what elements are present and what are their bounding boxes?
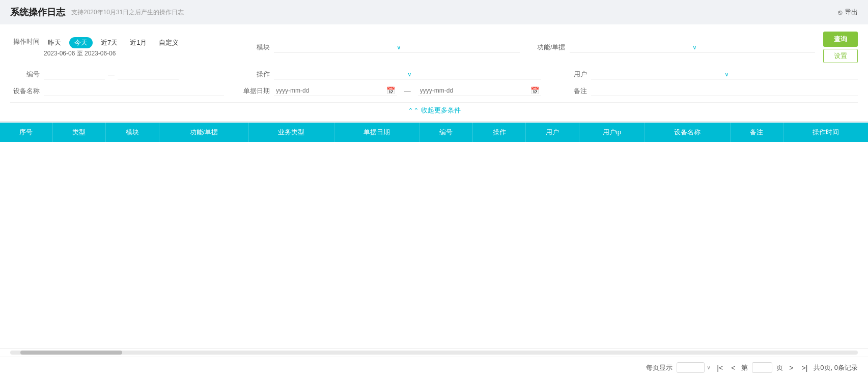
time-btn-1month[interactable]: 近1月 xyxy=(126,37,151,48)
module-chevron-icon: ∨ xyxy=(397,44,517,51)
table-header: 序号 类型 模块 功能/单据 业务类型 单据日期 编号 操作 用户 用户ip 设… xyxy=(0,123,868,142)
page-size-input[interactable]: 100 xyxy=(677,362,705,373)
next-page-button[interactable]: > xyxy=(787,363,795,373)
device-filter: 设备名称 xyxy=(10,86,224,96)
prev-page-button[interactable]: < xyxy=(729,363,737,373)
col-code: 编号 xyxy=(419,123,472,142)
filter-row-3: 设备名称 单据日期 📅 — 📅 备注 xyxy=(10,85,858,96)
time-options-group: 昨天 今天 近7天 近1月 自定义 2023-06-06 至 2023-06-0… xyxy=(44,37,183,58)
code-label: 编号 xyxy=(10,70,40,79)
func-select[interactable]: ∨ xyxy=(570,43,816,52)
collapse-bar: ⌃⌃ 收起更多条件 xyxy=(10,102,858,116)
action-buttons: 查询 设置 xyxy=(823,32,858,63)
scroll-bar-area xyxy=(0,348,868,357)
page-unit: 页 xyxy=(776,363,783,372)
filter-row-1: 操作时间 昨天 今天 近7天 近1月 自定义 2023-06-06 至 2023… xyxy=(10,32,858,63)
page-size-label: 每页显示 xyxy=(646,363,673,372)
col-remark: 备注 xyxy=(730,123,783,142)
col-module: 模块 xyxy=(106,123,159,142)
query-button[interactable]: 查询 xyxy=(823,32,858,47)
date-dash: — xyxy=(404,87,411,95)
first-page-button[interactable]: |< xyxy=(715,363,725,373)
export-label: 导出 xyxy=(845,8,858,17)
col-biz-type: 业务类型 xyxy=(249,123,334,142)
export-icon: ⎋ xyxy=(838,8,842,16)
page-size-arrow-icon: ∨ xyxy=(707,364,711,371)
module-label: 模块 xyxy=(234,43,270,52)
time-btn-custom[interactable]: 自定义 xyxy=(155,37,183,48)
code-end-input[interactable] xyxy=(118,69,179,79)
page-wrapper: 系统操作日志 支持2020年10月31日之后产生的操作日志 ⎋ 导出 操作时间 … xyxy=(0,0,868,378)
filter-row-2: 编号 — 操作 ∨ 用户 ∨ xyxy=(10,69,858,79)
total-info: 共0页, 0条记录 xyxy=(814,363,858,372)
col-func: 功能/单据 xyxy=(159,123,248,142)
user-select[interactable]: ∨ xyxy=(591,70,858,79)
scroll-thumb[interactable] xyxy=(20,351,122,355)
time-filter-group: 操作时间 昨天 今天 近7天 近1月 自定义 2023-06-06 至 2023… xyxy=(10,37,224,58)
date-filter: 单据日期 📅 — 📅 xyxy=(224,85,541,96)
date-label: 单据日期 xyxy=(234,86,270,96)
remark-label: 备注 xyxy=(551,86,587,96)
module-filter: 模块 ∨ xyxy=(224,43,520,52)
operation-label: 操作 xyxy=(234,70,270,79)
col-op-time: 操作时间 xyxy=(783,123,868,142)
settings-button[interactable]: 设置 xyxy=(823,49,858,63)
date-end-input[interactable] xyxy=(420,87,530,94)
collapse-label: 收起更多条件 xyxy=(421,106,461,115)
time-range-display: 2023-06-06 至 2023-06-06 xyxy=(44,49,183,58)
operation-chevron-icon: ∨ xyxy=(407,71,539,78)
time-btn-today[interactable]: 今天 xyxy=(69,37,93,48)
page-size-select[interactable]: 100 ∨ xyxy=(677,362,711,373)
device-input[interactable] xyxy=(44,86,224,96)
device-label: 设备名称 xyxy=(10,86,40,96)
date-start-wrap: 📅 xyxy=(274,85,397,96)
filter-panel: 操作时间 昨天 今天 近7天 近1月 自定义 2023-06-06 至 2023… xyxy=(0,24,868,122)
operation-filter: 操作 ∨ xyxy=(224,70,541,79)
col-user-ip: 用户ip xyxy=(579,123,645,142)
time-options: 昨天 今天 近7天 近1月 自定义 xyxy=(44,37,183,48)
func-chevron-icon: ∨ xyxy=(692,44,813,51)
time-btn-7days[interactable]: 近7天 xyxy=(97,37,122,48)
code-range: — xyxy=(44,69,224,79)
remark-filter: 备注 xyxy=(541,86,858,96)
code-dash: — xyxy=(108,71,115,78)
data-table: 序号 类型 模块 功能/单据 业务类型 单据日期 编号 操作 用户 用户ip 设… xyxy=(0,123,868,142)
remark-input[interactable] xyxy=(591,86,858,96)
func-filter: 功能/单据 ∨ xyxy=(520,43,816,52)
code-start-input[interactable] xyxy=(44,69,105,79)
collapse-chevron-icon: ⌃⌃ xyxy=(408,107,419,114)
col-seq: 序号 xyxy=(0,123,52,142)
collapse-button[interactable]: ⌃⌃ 收起更多条件 xyxy=(408,106,461,115)
time-btn-yesterday[interactable]: 昨天 xyxy=(44,37,65,48)
calendar-end-icon[interactable]: 📅 xyxy=(530,86,539,95)
page-title: 系统操作日志 xyxy=(10,6,65,18)
table-header-row: 序号 类型 模块 功能/单据 业务类型 单据日期 编号 操作 用户 用户ip 设… xyxy=(0,123,868,142)
col-device: 设备名称 xyxy=(645,123,730,142)
col-type: 类型 xyxy=(52,123,105,142)
page-subtitle: 支持2020年10月31日之后产生的操作日志 xyxy=(71,8,184,17)
user-filter: 用户 ∨ xyxy=(541,70,858,79)
page-header: 系统操作日志 支持2020年10月31日之后产生的操作日志 ⎋ 导出 xyxy=(0,0,868,24)
date-start-input[interactable] xyxy=(276,87,386,94)
col-operation: 操作 xyxy=(472,123,525,142)
col-date: 单据日期 xyxy=(334,123,419,142)
export-button[interactable]: ⎋ 导出 xyxy=(838,8,858,17)
operation-select[interactable]: ∨ xyxy=(274,70,541,79)
date-end-wrap: 📅 xyxy=(418,85,541,96)
page-num-input[interactable]: 1 xyxy=(752,362,772,373)
table-section: 序号 类型 模块 功能/单据 业务类型 单据日期 编号 操作 用户 用户ip 设… xyxy=(0,123,868,348)
col-user: 用户 xyxy=(526,123,579,142)
page-label: 第 xyxy=(741,363,748,372)
header-left: 系统操作日志 支持2020年10月31日之后产生的操作日志 xyxy=(10,6,184,18)
scroll-track[interactable] xyxy=(10,351,858,355)
user-chevron-icon: ∨ xyxy=(724,71,856,78)
pagination-bar: 每页显示 100 ∨ |< < 第 1 页 > >| 共0页, 0条记录 xyxy=(0,357,868,378)
user-label: 用户 xyxy=(551,70,587,79)
calendar-start-icon[interactable]: 📅 xyxy=(386,86,395,95)
module-select[interactable]: ∨ xyxy=(274,43,520,52)
code-filter: 编号 — xyxy=(10,69,224,79)
func-label: 功能/单据 xyxy=(530,43,566,52)
time-label: 操作时间 xyxy=(10,37,40,46)
last-page-button[interactable]: >| xyxy=(800,363,810,373)
